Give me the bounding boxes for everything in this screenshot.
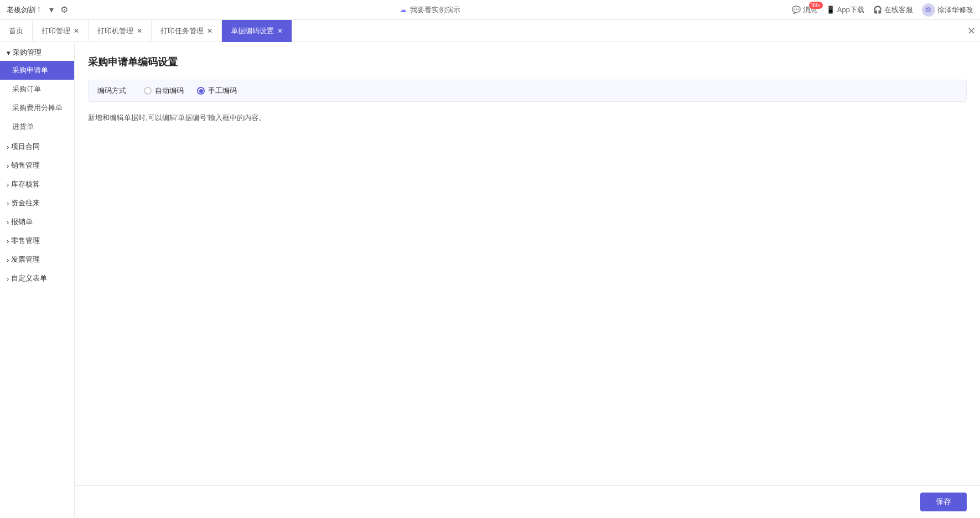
manual-code-label: 手工编码 [208, 86, 237, 96]
tab-print-task-label: 打印任务管理 [160, 26, 204, 36]
user-name: 徐泽华修改 [937, 5, 973, 15]
tab-printer-management-close[interactable]: ✕ [137, 27, 142, 35]
avatar: 徐 [922, 3, 935, 17]
sidebar-group-funds-label: 资金往来 [11, 198, 40, 208]
encoding-label: 编码方式 [97, 86, 126, 96]
description-text: 新增和编辑单据时,可以编辑'单据编号'输入框中的内容。 [88, 113, 967, 123]
sidebar-group-project-label: 项目合同 [11, 142, 40, 152]
sidebar-group-project-arrow: › [7, 143, 9, 151]
headset-icon: 🎧 [873, 6, 882, 14]
sidebar-group-project[interactable]: › 项目合同 [0, 136, 74, 155]
sidebar-item-goods-receipt[interactable]: 进货单 [0, 117, 74, 136]
tab-print-management-label: 打印管理 [42, 26, 70, 36]
message-badge: 99+ [809, 2, 823, 9]
tab-printer-management[interactable]: 打印机管理 ✕ [89, 20, 152, 42]
topbar-right: 💬 消息 99+ 📱 App下载 🎧 在线客服 徐 徐泽华修改 [792, 3, 973, 17]
manual-code-radio[interactable] [197, 87, 205, 95]
sidebar-group-sales-label: 销售管理 [11, 160, 40, 170]
tab-home-label: 首页 [9, 26, 23, 36]
tab-printer-management-label: 打印机管理 [97, 26, 133, 36]
tab-print-management-close[interactable]: ✕ [74, 27, 79, 35]
sidebar-group-sales[interactable]: › 销售管理 [0, 155, 74, 174]
auto-code-radio[interactable] [144, 87, 152, 95]
sidebar-group-inventory[interactable]: › 库存核算 [0, 174, 74, 193]
sidebar-group-reimbursement-arrow: › [7, 218, 9, 226]
sidebar-group-custom-label: 自定义表单 [11, 273, 47, 283]
sidebar: ▾ 采购管理 采购申请单 采购订单 采购费用分摊单 进货单 › 项目合同 › 销… [0, 42, 75, 518]
sidebar-item-purchase-request-label: 采购申请单 [12, 66, 48, 74]
sidebar-group-sales-arrow: › [7, 162, 9, 170]
sidebar-group-procurement-label: 采购管理 [13, 48, 42, 58]
sidebar-group-procurement-arrow: ▾ [7, 49, 11, 57]
sidebar-item-purchase-expense[interactable]: 采购费用分摊单 [0, 99, 74, 117]
tab-print-management[interactable]: 打印管理 ✕ [33, 20, 89, 42]
online-service-label: 在线客服 [884, 5, 913, 15]
sidebar-group-custom-arrow: › [7, 274, 9, 283]
sidebar-group-invoice-label: 发票管理 [11, 255, 40, 265]
phone-icon: 📱 [826, 6, 835, 14]
tab-home[interactable]: 首页 [0, 20, 33, 42]
dropdown-icon[interactable]: ▾ [49, 4, 54, 15]
sidebar-group-retail-arrow: › [7, 237, 9, 245]
layout: ▾ 采购管理 采购申请单 采购订单 采购费用分摊单 进货单 › 项目合同 › 销… [0, 42, 980, 518]
sidebar-item-purchase-request[interactable]: 采购申请单 [0, 61, 74, 80]
sidebar-item-purchase-order[interactable]: 采购订单 [0, 80, 74, 99]
main-content: 采购申请单编码设置 编码方式 自动编码 手工编码 新增和编辑单据时,可以编辑'单… [75, 42, 980, 485]
tab-print-task-close[interactable]: ✕ [207, 27, 212, 35]
cloud-icon: ☁ [400, 6, 407, 14]
sidebar-group-retail-label: 零售管理 [11, 236, 40, 246]
message-icon: 💬 [792, 6, 801, 14]
sidebar-group-inventory-arrow: › [7, 180, 9, 189]
auto-code-label: 自动编码 [155, 86, 184, 96]
manual-code-option[interactable]: 手工编码 [197, 86, 237, 96]
tab-code-settings[interactable]: 单据编码设置 ✕ [222, 20, 292, 42]
main-footer: 保存 [75, 485, 980, 518]
sidebar-group-invoice[interactable]: › 发票管理 [0, 249, 74, 268]
brand-text: 老板勿割！ [7, 5, 43, 15]
sidebar-group-reimbursement-label: 报销单 [11, 217, 33, 227]
auto-code-option[interactable]: 自动编码 [144, 86, 184, 96]
sidebar-group-funds[interactable]: › 资金往来 [0, 193, 74, 211]
tabbar: 首页 打印管理 ✕ 打印机管理 ✕ 打印任务管理 ✕ 单据编码设置 ✕ ✕ [0, 20, 980, 42]
sidebar-item-purchase-order-label: 采购订单 [12, 85, 41, 93]
demo-link[interactable]: ☁ 我要看实例演示 [400, 5, 460, 15]
tab-code-settings-label: 单据编码设置 [231, 26, 274, 36]
sidebar-item-purchase-expense-label: 采购费用分摊单 [12, 103, 63, 112]
page-title: 采购申请单编码设置 [88, 55, 967, 69]
demo-text: 我要看实例演示 [410, 5, 460, 15]
sidebar-group-invoice-arrow: › [7, 256, 9, 264]
sidebar-group-reimbursement[interactable]: › 报销单 [0, 211, 74, 230]
app-download-label: App下载 [837, 5, 864, 15]
sidebar-group-funds-arrow: › [7, 199, 9, 208]
topbar: 老板勿割！ ▾ ⚙ ☁ 我要看实例演示 💬 消息 99+ 📱 App下载 🎧 在… [0, 0, 980, 20]
sidebar-group-custom[interactable]: › 自定义表单 [0, 268, 74, 287]
encoding-row: 编码方式 自动编码 手工编码 [88, 80, 967, 102]
online-service-button[interactable]: 🎧 在线客服 [873, 5, 913, 15]
sidebar-item-goods-receipt-label: 进货单 [12, 122, 34, 131]
sidebar-group-procurement[interactable]: ▾ 采购管理 [0, 42, 74, 61]
save-button[interactable]: 保存 [920, 493, 967, 511]
tab-print-task[interactable]: 打印任务管理 ✕ [152, 20, 222, 42]
close-all-tabs-button[interactable]: ✕ [967, 25, 976, 37]
app-download-button[interactable]: 📱 App下载 [826, 5, 864, 15]
message-button[interactable]: 💬 消息 99+ [792, 5, 817, 15]
user-profile[interactable]: 徐 徐泽华修改 [922, 3, 973, 17]
main: 采购申请单编码设置 编码方式 自动编码 手工编码 新增和编辑单据时,可以编辑'单… [75, 42, 980, 518]
settings-icon[interactable]: ⚙ [60, 4, 68, 15]
sidebar-group-retail[interactable]: › 零售管理 [0, 230, 74, 249]
tab-code-settings-close[interactable]: ✕ [277, 27, 283, 35]
sidebar-group-inventory-label: 库存核算 [11, 179, 40, 189]
topbar-left: 老板勿割！ ▾ ⚙ [7, 4, 68, 15]
